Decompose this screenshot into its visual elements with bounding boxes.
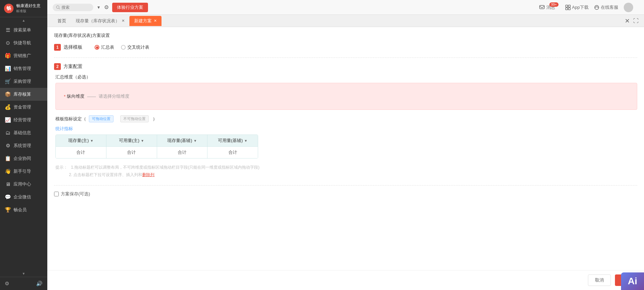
sidebar-item-label: 应用中心: [14, 181, 31, 187]
stats-table: 现存量(主) ▼ 可用量(主) ▼ 现存量(基辅) ▼: [55, 135, 258, 159]
sidebar-item-label: 企业协同: [14, 155, 31, 162]
step2-header: 2 方案配置: [54, 63, 637, 70]
search-menu-icon: ☰: [5, 27, 11, 33]
sound-icon[interactable]: 🔊: [36, 281, 43, 287]
sidebar-item-finance[interactable]: 💰 资金管理: [0, 101, 47, 114]
topbar-right: 消息 99+ App下载 在线客服: [539, 3, 639, 12]
dimension-dash: ——: [87, 94, 96, 99]
expand-panel-icon[interactable]: ⛶: [633, 18, 639, 24]
col2-header: 可用量(主): [119, 138, 140, 144]
col3-dropdown-icon[interactable]: ▼: [194, 139, 197, 143]
sidebar-item-operation[interactable]: 📈 经营管理: [0, 114, 47, 126]
stats-header-col2[interactable]: 可用量(主) ▼: [106, 135, 157, 146]
stats-header-col4[interactable]: 可用量(基辅) ▼: [207, 135, 258, 146]
inventory-icon: 📦: [5, 91, 11, 97]
col2-dropdown-icon[interactable]: ▼: [141, 139, 144, 143]
tips-section: 提示： 1.拖动标题栏可以调整布局，不可跨维度或指标区域拖动栏目字段(只能在同一…: [55, 164, 637, 178]
fixed-tag: 不可拖动位置: [120, 115, 149, 122]
app-download-button[interactable]: App下载: [565, 4, 589, 10]
collab-icon: 📋: [5, 155, 11, 162]
sidebar-item-wechat[interactable]: 💬 企业微信: [0, 191, 47, 203]
sidebar-logo: 畅 畅康通好生意 标准版: [0, 0, 47, 17]
tab-new-plan[interactable]: 新建方案 ✕: [129, 16, 162, 26]
online-service-button[interactable]: 在线客服: [594, 4, 618, 10]
col1-dropdown-icon[interactable]: ▼: [90, 139, 94, 143]
sidebar-item-search[interactable]: ☰ 搜索菜单: [0, 24, 47, 37]
svg-line-1: [59, 8, 60, 9]
tab-home[interactable]: 首页: [53, 16, 71, 26]
sidebar-item-sales[interactable]: 📊 销售管理: [0, 62, 47, 75]
sidebar-item-label: 快捷导航: [14, 40, 31, 46]
message-icon: [539, 4, 545, 10]
sidebar-scroll-up[interactable]: ▲: [0, 17, 47, 24]
ai-badge[interactable]: Ai: [621, 272, 644, 290]
radio-cross[interactable]: 交叉统计表: [121, 44, 149, 50]
radio-cross-label: 交叉统计表: [127, 44, 149, 50]
sidebar-item-guide[interactable]: 👋 新手引导: [0, 165, 47, 178]
radio-summary-circle: [95, 45, 99, 50]
step2-section: 2 方案配置 汇总维度（必选） * 纵向维度 —— 请选择分组维度 模板指标设定…: [54, 63, 637, 178]
tab-inventory-close[interactable]: ✕: [122, 19, 125, 23]
app-icon: [565, 5, 571, 10]
stats-data-col4: 合计: [207, 146, 258, 158]
radio-summary-label: 汇总表: [101, 44, 114, 50]
sidebar-item-label: 企业微信: [14, 194, 31, 200]
app-download-label: App下载: [572, 4, 589, 10]
tip2: 2. 点击标题栏下拉可设置排序、插入列和删除列: [55, 171, 637, 179]
sidebar-item-system[interactable]: ⚙ 系统管理: [0, 139, 47, 152]
col4-dropdown-icon[interactable]: ▼: [244, 139, 248, 143]
svg-rect-4: [568, 5, 570, 7]
close-panel-icon[interactable]: ✕: [625, 17, 630, 25]
radio-summary[interactable]: 汇总表: [95, 44, 114, 50]
save-checkbox[interactable]: [54, 192, 59, 196]
sidebar-item-purchase[interactable]: 🛒 采购管理: [0, 75, 47, 88]
svg-point-0: [56, 6, 59, 8]
app-version: 标准版: [16, 9, 41, 14]
sidebar-item-basic[interactable]: 🗂 基础信息: [0, 126, 47, 139]
sidebar-item-apps[interactable]: 🖥 应用中心: [0, 178, 47, 191]
dimension-placeholder: 请选择分组维度: [99, 93, 129, 99]
radio-cross-circle: [121, 45, 126, 50]
topbar-search[interactable]: [53, 4, 93, 11]
sidebar-scroll-down[interactable]: ▼: [0, 270, 47, 277]
sidebar-item-collab[interactable]: 📋 企业协同: [0, 152, 47, 165]
save-option: 方案保存(可选): [54, 191, 637, 197]
tip1: 提示： 1.拖动标题栏可以调整布局，不可跨维度或指标区域拖动栏目字段(只能在同一…: [55, 164, 637, 171]
nav-icon: ⊙: [5, 40, 11, 46]
tab-home-label: 首页: [57, 18, 66, 24]
col4-header: 可用量(基辅): [218, 138, 243, 144]
tab-inventory[interactable]: 现存量（库存状况表） ✕: [71, 16, 129, 26]
topbar-dropdown-icon[interactable]: ▼: [97, 5, 101, 10]
dimension-required: *: [64, 94, 66, 99]
step1-section: 1 选择模板 汇总表 交叉统计表: [54, 44, 637, 51]
sidebar-item-member[interactable]: 🏆 畅会员: [0, 203, 47, 216]
stats-data-col1: 合计: [56, 146, 106, 158]
tip2-highlight[interactable]: 删除列: [142, 172, 154, 177]
sidebar-item-marketing[interactable]: 🎁 营销推广: [0, 49, 47, 62]
dimension-area[interactable]: * 纵向维度 —— 请选择分组维度: [55, 83, 637, 110]
step2-label: 方案配置: [64, 64, 82, 70]
sidebar-item-label: 经营管理: [14, 117, 31, 123]
stats-data-row: 合计 合计 合计 合计: [56, 146, 258, 158]
svg-rect-2: [540, 5, 544, 9]
message-button[interactable]: 消息 99+: [539, 4, 555, 10]
stats-header-col3[interactable]: 现存量(基辅) ▼: [157, 135, 208, 146]
settings-icon[interactable]: ⚙: [5, 281, 9, 287]
guide-icon: 👋: [5, 168, 11, 174]
marketing-icon: 🎁: [5, 53, 11, 59]
stats-section: 统计指标 现存量(主) ▼ 可用量(主) ▼: [55, 126, 637, 159]
trial-button[interactable]: 体验行业方案: [112, 3, 148, 12]
search-input[interactable]: [61, 5, 89, 10]
sidebar-item-nav[interactable]: ⊙ 快捷导航: [0, 37, 47, 49]
topbar-gear-icon[interactable]: ⚙: [104, 4, 109, 10]
logo-icon: 畅: [4, 4, 14, 13]
member-icon: 🏆: [5, 207, 11, 213]
message-badge: 99+: [549, 2, 559, 7]
dimension-text: 纵向维度: [67, 93, 84, 99]
stats-header-col1[interactable]: 现存量(主) ▼: [56, 135, 106, 146]
basic-icon: 🗂: [5, 130, 11, 136]
cancel-button[interactable]: 取消: [588, 274, 611, 286]
sidebar-item-inventory[interactable]: 📦 库存核算: [0, 88, 47, 101]
tab-new-plan-close[interactable]: ✕: [154, 19, 157, 23]
col3-header: 现存量(基辅): [167, 138, 192, 144]
